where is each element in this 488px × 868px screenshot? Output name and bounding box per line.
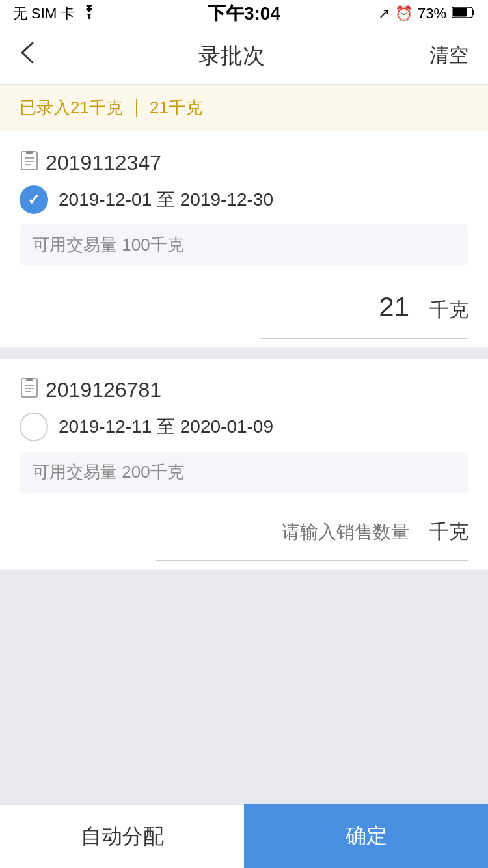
svg-rect-3 — [453, 8, 467, 17]
batch1-quantity-wrapper: 千克 — [20, 278, 468, 347]
batch2-date-row: 2019-12-11 至 2020-01-09 — [20, 413, 468, 441]
no-sim-text: 无 SIM 卡 — [13, 4, 75, 23]
batch2-header: 2019126781 — [20, 378, 468, 402]
batch1-available: 可用交易量 100千克 — [20, 224, 468, 265]
wifi-icon — [80, 5, 98, 23]
recorded-label: 已录入21千克 — [20, 96, 123, 119]
batch1-date-row: 2019-12-01 至 2019-12-30 — [20, 185, 468, 214]
batch2-card: 2019126781 2019-12-11 至 2020-01-09 可用交易量… — [0, 359, 488, 569]
svg-point-0 — [88, 16, 90, 19]
status-time: 下午3:04 — [208, 1, 280, 26]
batch1-id: 2019112347 — [46, 151, 161, 175]
svg-rect-5 — [26, 151, 33, 154]
batch2-quantity-wrapper: 千克 — [20, 506, 468, 569]
batch1-card: 2019112347 2019-12-01 至 2019-12-30 可用交易量… — [0, 131, 488, 347]
status-left: 无 SIM 卡 — [13, 4, 98, 23]
status-bar: 无 SIM 卡 下午3:04 ↗ ⏰ 73% — [0, 0, 488, 27]
page-title: 录批次 — [198, 41, 265, 71]
batch1-underline — [260, 338, 468, 339]
alarm-icon: ⏰ — [395, 5, 413, 22]
batch1-quantity-input[interactable] — [315, 292, 419, 323]
batch2-icon — [20, 378, 39, 402]
batch2-available: 可用交易量 200千克 — [20, 452, 468, 493]
back-button[interactable] — [20, 40, 34, 71]
svg-rect-10 — [26, 378, 33, 381]
bottom-bar: 自动分配 确定 — [0, 804, 488, 868]
batch1-date: 2019-12-01 至 2019-12-30 — [59, 187, 273, 212]
battery-icon — [452, 5, 475, 22]
section-divider — [0, 348, 488, 359]
info-banner: 已录入21千克 21千克 — [0, 85, 488, 131]
nav-bar: 录批次 清空 — [0, 27, 488, 85]
batch2-underline — [156, 560, 468, 561]
batch2-unit: 千克 — [429, 519, 468, 545]
svg-rect-4 — [21, 152, 37, 170]
batch2-date: 2019-12-11 至 2020-01-09 — [59, 414, 273, 439]
batch1-radio[interactable] — [20, 185, 48, 214]
auto-distribute-button[interactable]: 自动分配 — [0, 804, 244, 868]
batch1-header: 2019112347 — [20, 151, 468, 175]
batch1-icon — [20, 151, 39, 175]
batch1-unit: 千克 — [429, 297, 468, 323]
recorded-value: 21千克 — [150, 96, 202, 119]
confirm-button[interactable]: 确定 — [244, 804, 488, 868]
location-icon: ↗ — [378, 5, 390, 22]
info-divider — [136, 99, 137, 117]
clear-button[interactable]: 清空 — [429, 42, 468, 69]
svg-rect-9 — [21, 379, 37, 397]
batch2-radio[interactable] — [20, 413, 48, 441]
batch2-quantity-input[interactable] — [198, 522, 419, 543]
batch2-id: 2019126781 — [46, 378, 161, 402]
svg-rect-2 — [472, 10, 474, 15]
status-right: ↗ ⏰ 73% — [378, 5, 475, 22]
battery-percent: 73% — [418, 5, 446, 22]
